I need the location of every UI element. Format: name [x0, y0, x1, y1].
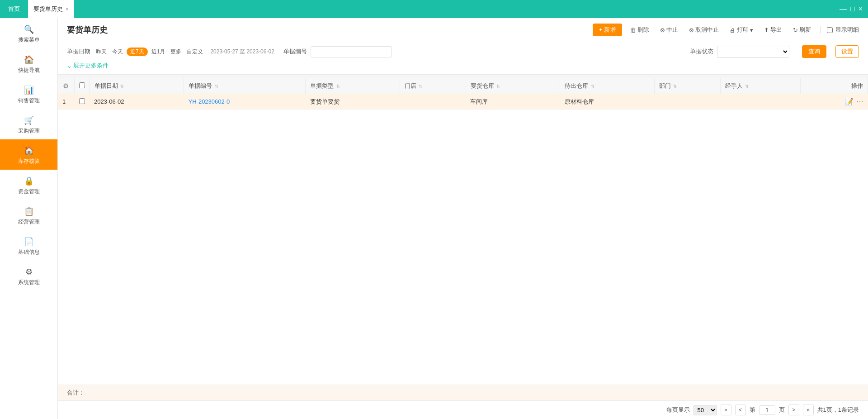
- sort-dept-icon[interactable]: ⇅: [673, 84, 677, 89]
- refresh-button[interactable]: ↻ 刷新: [790, 24, 814, 36]
- maximize-icon[interactable]: □: [850, 5, 855, 13]
- page-label-pre: 第: [750, 406, 755, 414]
- delete-button[interactable]: 🗑 删除: [627, 24, 652, 36]
- status-filter-label: 单据状态: [690, 48, 713, 56]
- stop-icon: ⊗: [660, 27, 665, 33]
- th-dept: 部门 ⇅: [654, 78, 720, 94]
- sidebar-label-sales-mgmt: 销售管理: [18, 97, 40, 105]
- tab-active-label: 要货单历史: [33, 5, 63, 13]
- cell-store: [400, 94, 466, 110]
- date-opt-custom[interactable]: 自定义: [185, 48, 205, 56]
- select-all-checkbox[interactable]: [79, 82, 85, 88]
- tab-home[interactable]: 首页: [0, 0, 28, 18]
- date-opt-today[interactable]: 今天: [110, 48, 125, 56]
- tab-bar: 首页 要货单历史 ×: [0, 0, 74, 18]
- stop-button[interactable]: ⊗ 中止: [657, 24, 681, 36]
- sort-pending-warehouse-icon[interactable]: ⇅: [591, 84, 594, 89]
- th-type: 单据类型 ⇅: [306, 78, 400, 94]
- sidebar-item-quick-nav[interactable]: 🏠 快捷导航: [0, 48, 57, 79]
- th-pending-warehouse: 待出仓库 ⇅: [560, 78, 655, 94]
- system-mgmt-icon: ⚙: [25, 267, 33, 277]
- date-opt-yesterday[interactable]: 昨天: [94, 48, 108, 56]
- cancel-stop-button[interactable]: ⊗ 取消中止: [686, 24, 722, 36]
- filter-row-1: 单据日期 昨天 今天 近7天 近1月 更多 自定义 2023-05-27 至 2…: [67, 45, 859, 58]
- tab-active[interactable]: 要货单历史 ×: [28, 0, 74, 18]
- tab-close-icon[interactable]: ×: [66, 6, 69, 12]
- sidebar-label-finance-mgmt: 资金管理: [18, 188, 40, 195]
- sidebar-label-search-menu: 搜索菜单: [18, 36, 40, 44]
- sort-req-warehouse-icon[interactable]: ⇅: [496, 84, 500, 89]
- sidebar-label-system-mgmt: 系统管理: [18, 279, 40, 286]
- per-page-select[interactable]: 102050100: [693, 405, 717, 415]
- order-no-link[interactable]: YH-20230602-0: [189, 98, 230, 105]
- next-page-button[interactable]: >: [788, 405, 799, 415]
- sort-handler-icon[interactable]: ⇅: [745, 84, 749, 89]
- sales-mgmt-icon: 📊: [24, 85, 34, 95]
- refresh-icon: ↻: [793, 27, 798, 33]
- display-detail-checkbox[interactable]: 显示明细: [827, 26, 859, 34]
- query-button[interactable]: 查询: [802, 45, 826, 58]
- sidebar-item-finance-mgmt[interactable]: 🔒 资金管理: [0, 170, 57, 200]
- sidebar-item-inventory[interactable]: 🏠 库存核算: [0, 139, 57, 170]
- new-button[interactable]: + 新增: [593, 24, 622, 36]
- cell-req-warehouse: 车间库: [466, 94, 560, 110]
- sidebar-item-search-menu[interactable]: 🔍 搜索菜单: [0, 18, 57, 48]
- table-header-row: ⚙ 单据日期 ⇅ 单据编号 ⇅: [58, 78, 868, 94]
- sort-order-no-icon[interactable]: ⇅: [215, 84, 218, 89]
- table-settings-icon[interactable]: ⚙: [63, 82, 69, 90]
- minimize-icon[interactable]: —: [840, 5, 847, 13]
- table-footer: 合计：: [58, 385, 868, 400]
- cell-pending-warehouse: 原材料仓库: [560, 94, 655, 110]
- display-detail-input[interactable]: [827, 27, 833, 33]
- operations-mgmt-icon: 📋: [24, 206, 34, 216]
- cell-date: 2023-06-02: [90, 94, 184, 110]
- sidebar-label-purchase-mgmt: 采购管理: [18, 127, 40, 135]
- filter-area: 单据日期 昨天 今天 近7天 近1月 更多 自定义 2023-05-27 至 2…: [67, 41, 859, 74]
- sidebar-item-purchase-mgmt[interactable]: 🛒 采购管理: [0, 109, 57, 139]
- date-range-display: 2023-05-27 至 2023-06-02: [210, 48, 274, 56]
- page-title-row: 要货单历史 + 新增 🗑 删除 ⊗ 中止 ⊗ 取消中止: [67, 24, 859, 36]
- cell-checkbox[interactable]: [74, 94, 90, 110]
- prev-page-button[interactable]: <: [735, 405, 746, 415]
- date-opt-1month[interactable]: 近1月: [150, 48, 167, 56]
- th-handler: 经手人 ⇅: [720, 78, 800, 94]
- search-menu-icon: 🔍: [24, 24, 34, 34]
- per-page-label: 每页显示: [666, 406, 690, 414]
- sidebar-item-operations-mgmt[interactable]: 📋 经营管理: [0, 200, 57, 230]
- sidebar-item-sales-mgmt[interactable]: 📊 销售管理: [0, 79, 57, 109]
- sidebar-item-system-mgmt[interactable]: ⚙ 系统管理: [0, 261, 57, 291]
- expand-filter-button[interactable]: ⌄ 展开更多条件: [67, 62, 859, 70]
- close-icon[interactable]: ×: [859, 5, 863, 13]
- export-button[interactable]: ⬆ 导出: [761, 24, 785, 36]
- date-opt-7days[interactable]: 近7天: [127, 48, 148, 56]
- top-bar: 首页 要货单历史 × — □ ×: [0, 0, 868, 18]
- content-area: 要货单历史 + 新增 🗑 删除 ⊗ 中止 ⊗ 取消中止: [58, 18, 868, 419]
- finance-mgmt-icon: 🔒: [24, 176, 34, 186]
- inventory-icon: 🏠: [24, 146, 34, 156]
- more-row-icon[interactable]: ⋯: [856, 97, 863, 106]
- filter-group-status: 单据状态: [690, 46, 789, 58]
- status-select[interactable]: [717, 46, 789, 58]
- page-number-input[interactable]: [759, 405, 775, 415]
- sidebar-item-basic-info[interactable]: 📄 基础信息: [0, 230, 57, 261]
- sort-type-icon[interactable]: ⇅: [336, 84, 340, 89]
- page-label-post: 页: [779, 406, 785, 414]
- order-no-input[interactable]: [311, 46, 392, 57]
- print-button[interactable]: 🖨 打印 ▾: [727, 24, 756, 36]
- sort-date-icon[interactable]: ⇅: [120, 84, 124, 89]
- th-settings: ⚙: [58, 78, 74, 94]
- settings-button[interactable]: 设置: [835, 45, 859, 58]
- cell-index: 1: [58, 94, 74, 110]
- cell-handler: [720, 94, 800, 110]
- th-store: 门店 ⇅: [400, 78, 466, 94]
- edit-row-icon[interactable]: 📝: [844, 97, 854, 106]
- data-table: ⚙ 单据日期 ⇅ 单据编号 ⇅: [58, 78, 868, 110]
- sort-store-icon[interactable]: ⇅: [419, 84, 422, 89]
- first-page-button[interactable]: «: [721, 405, 731, 415]
- th-order-no: 单据编号 ⇅: [184, 78, 306, 94]
- filter-group-order-no: 单据编号: [283, 46, 392, 57]
- date-opt-more[interactable]: 更多: [169, 48, 183, 56]
- sidebar: 🔍 搜索菜单 🏠 快捷导航 📊 销售管理 🛒 采购管理 🏠 库存核算 🔒 资金管…: [0, 18, 58, 419]
- last-page-button[interactable]: »: [803, 405, 814, 415]
- date-options: 昨天 今天 近7天 近1月 更多 自定义: [94, 48, 205, 56]
